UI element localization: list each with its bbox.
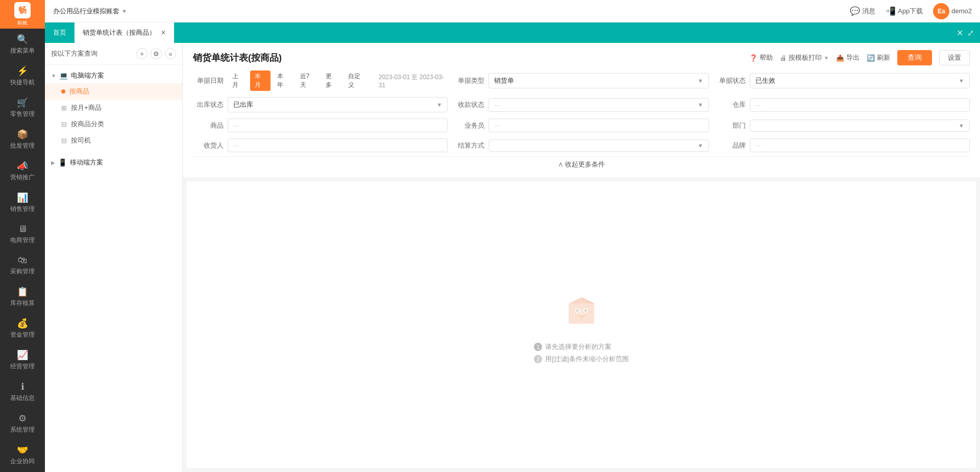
logo[interactable]: 畅 标账 [0, 0, 45, 29]
marketing-icon: 📣 [17, 160, 28, 172]
sidebar-item-retail[interactable]: 🛒 零售管理 [0, 92, 45, 124]
industry-selector[interactable]: 办公用品行业模拟账套 ▼ [53, 7, 127, 16]
avatar: Ea [933, 3, 949, 19]
right-panel: 销货单统计表(按商品) ❓ 帮助 🖨 按模板打印 ▼ 📤 [183, 43, 980, 472]
tab-window-controls: ✕ ⤢ [950, 28, 980, 38]
goods-select[interactable]: ··· [228, 119, 448, 132]
help-button[interactable]: ❓ 帮助 [749, 53, 773, 62]
doc-status-select[interactable]: 已生效 ▼ [750, 73, 970, 88]
maximize-window-icon[interactable]: ⤢ [967, 28, 974, 38]
goods-label: 商品 [193, 121, 224, 130]
filter-row-1: 单据日期 上月 本月 本年 近7天 更多 自定义 2023-03-01 至 20… [193, 70, 970, 91]
filter-row-2: 出库状态 已出库 ▼ 收款状态 ··· ▼ [193, 97, 970, 112]
sidebar-item-wholesale[interactable]: 📦 批发管理 [0, 124, 45, 155]
active-dot-icon [61, 89, 65, 93]
last-7-btn[interactable]: 近7天 [296, 70, 319, 91]
group-expand-icon: ▼ [51, 73, 56, 79]
warehouse-status-select[interactable]: 已出库 ▼ [228, 97, 448, 112]
close-window-icon[interactable]: ✕ [957, 28, 963, 38]
empty-illustration [556, 283, 607, 334]
settings-scheme-button[interactable]: ⚙ [151, 48, 162, 59]
sidebar-item-search[interactable]: 🔍 搜索菜单 [0, 29, 45, 60]
settings-button[interactable]: 设置 [939, 50, 970, 65]
sidebar-item-company[interactable]: 🤝 企业协同 [0, 439, 45, 471]
grid-icon: ⊞ [61, 104, 67, 112]
export-button[interactable]: 📤 导出 [836, 53, 860, 62]
svg-point-9 [584, 310, 586, 312]
scheme-item-by-goods-category[interactable]: ⊟ 按商品分类 [45, 116, 182, 132]
filter-area: 销货单统计表(按商品) ❓ 帮助 🖨 按模板打印 ▼ 📤 [183, 43, 980, 177]
salesperson-select[interactable]: ··· [488, 119, 708, 132]
sidebar-item-purchase[interactable]: 🛍 采购管理 [0, 250, 45, 281]
more-btn[interactable]: 更多 [321, 70, 341, 91]
filter-dept: 部门 ▼ [715, 119, 970, 132]
inventory-icon: 📋 [17, 286, 28, 297]
date-quick-buttons: 上月 本月 本年 近7天 更多 自定义 [228, 70, 370, 91]
tab-home[interactable]: 首页 [45, 22, 75, 43]
settlement-select[interactable]: ▼ [488, 139, 708, 152]
download-icon: 📲 [886, 6, 896, 16]
query-button[interactable]: 查询 [897, 50, 932, 65]
filter-brand: 品牌 ··· [715, 138, 970, 152]
sidebar-item-sales-mgmt[interactable]: 📊 销售管理 [0, 187, 45, 219]
brand-select[interactable]: ··· [750, 138, 970, 152]
filter-warehouse-status: 出库状态 已出库 ▼ [193, 97, 448, 112]
sidebar-item-system[interactable]: ⚙ 系统管理 [0, 408, 45, 439]
scheme-section-pc: ▼ 💻 电脑端方案 按商品 ⊞ 按月+商品 ⊟ 按商品分类 ⊟ [45, 65, 182, 152]
sidebar-item-basic-info[interactable]: ℹ 基础信息 [0, 376, 45, 408]
scheme-item-by-printer[interactable]: ⊟ 按司机 [45, 132, 182, 149]
sidebar-item-ecommerce[interactable]: 🖥 电商管理 [0, 219, 45, 250]
system-icon: ⚙ [18, 413, 27, 424]
category-icon: ⊟ [61, 121, 67, 128]
last-month-btn[interactable]: 上月 [228, 70, 248, 91]
sidebar-item-inventory[interactable]: 📋 库存核算 [0, 281, 45, 313]
payment-status-select[interactable]: ··· ▼ [488, 98, 708, 112]
this-month-btn[interactable]: 本月 [250, 70, 271, 91]
user-menu[interactable]: Ea demo2 [933, 3, 972, 19]
message-button[interactable]: 💬 消息 [850, 6, 875, 16]
tab-close-icon[interactable]: ✕ [161, 29, 166, 36]
refresh-button[interactable]: 🔄 刷新 [867, 53, 890, 62]
industry-label: 办公用品行业模拟账套 [53, 7, 119, 16]
print-button[interactable]: 🖨 按模板打印 ▼ [780, 53, 829, 62]
scheme-group-pc[interactable]: ▼ 💻 电脑端方案 [45, 68, 182, 83]
receiver-select[interactable]: ··· [228, 138, 448, 152]
main-wrapper: 办公用品行业模拟账套 ▼ 💬 消息 📲 App下载 Ea demo2 首页 销货… [45, 0, 980, 472]
scheme-item-by-goods[interactable]: 按商品 [45, 83, 182, 100]
pc-icon: 💻 [59, 72, 68, 80]
dept-label: 部门 [715, 121, 746, 130]
doc-status-arrow-icon: ▼ [959, 78, 964, 84]
filter-row-4: 收货人 ··· 结算方式 ▼ 品牌 ··· [193, 138, 970, 152]
app-download-button[interactable]: 📲 App下载 [886, 6, 923, 16]
sidebar-item-marketing[interactable]: 📣 营销推广 [0, 155, 45, 187]
collapse-button[interactable]: ∧ 收起更多条件 [193, 156, 970, 170]
doc-type-arrow-icon: ▼ [698, 78, 703, 84]
tab-sales-stats[interactable]: 销货单统计表（按商品） ✕ [75, 22, 174, 43]
scheme-group-mobile[interactable]: ▶ 📱 移动端方案 [45, 155, 182, 170]
dept-arrow-icon: ▼ [959, 123, 964, 129]
add-scheme-button[interactable]: + [136, 48, 148, 59]
filter-warehouse: 仓库 ··· [715, 97, 970, 112]
filter-goods: 商品 ··· [193, 119, 448, 132]
warehouse-label: 仓库 [715, 100, 746, 109]
warehouse-select[interactable]: ··· [750, 98, 970, 112]
collapse-panel-button[interactable]: « [165, 48, 176, 59]
custom-btn[interactable]: 自定义 [344, 70, 370, 91]
sidebar-item-finance[interactable]: 💰 资金管理 [0, 313, 45, 344]
sidebar-item-business[interactable]: 📈 经营管理 [0, 344, 45, 376]
dept-select[interactable]: ▼ [750, 120, 970, 132]
doc-type-select[interactable]: 销货单 ▼ [488, 73, 708, 88]
business-icon: 📈 [17, 349, 28, 361]
filter-doc-type: 单据类型 销货单 ▼ [454, 70, 708, 91]
this-year-btn[interactable]: 本年 [273, 70, 293, 91]
brand-label: 品牌 [715, 141, 746, 150]
printer-icon: ⊟ [61, 137, 67, 145]
left-panel-header: 按以下方案查询 + ⚙ « [45, 43, 182, 65]
scheme-item-by-month-goods[interactable]: ⊞ 按月+商品 [45, 100, 182, 116]
sales-mgmt-icon: 📊 [17, 192, 28, 203]
export-icon: 📤 [836, 54, 844, 62]
top-right-actions: 💬 消息 📲 App下载 Ea demo2 [850, 3, 972, 19]
purchase-icon: 🛍 [18, 255, 27, 266]
basic-info-icon: ℹ [21, 381, 24, 392]
sidebar-item-shortcuts[interactable]: ⚡ 快捷导航 [0, 60, 45, 92]
